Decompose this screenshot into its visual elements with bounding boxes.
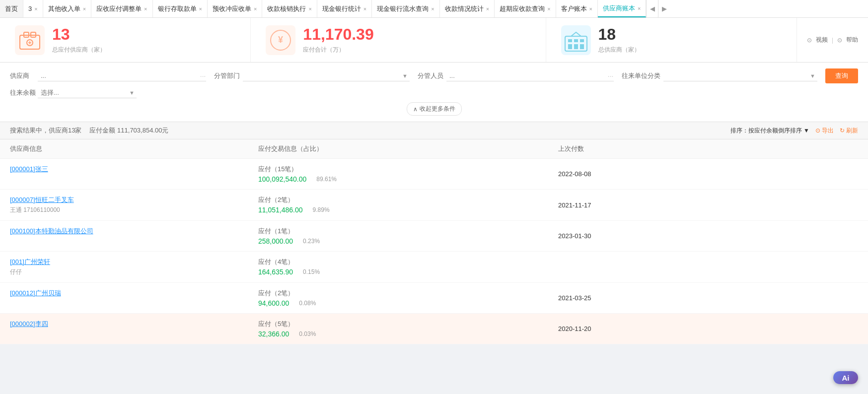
payable-info-5: 应付（5笔） 32,366.00 0.03%	[258, 320, 558, 338]
search-button[interactable]: 查询	[825, 68, 858, 83]
video-link[interactable]: 视频	[816, 36, 828, 44]
nav-right-arrow[interactable]: ▶	[658, 0, 670, 17]
close-collection-icon[interactable]: ×	[308, 6, 311, 12]
sort-icon: ▼	[803, 127, 809, 134]
nav-adjust[interactable]: 应收应付调整单 ×	[91, 0, 152, 17]
last-payment-2: 2023-01-30	[558, 227, 858, 245]
supplier-link-3[interactable]: [001]广州荣轩	[10, 258, 258, 266]
table-header: 供应商信息 应付交易信息（占比） 上次付数	[0, 139, 868, 159]
balance-input-wrapper: ▼	[38, 87, 137, 98]
supplier-sub-3: 仔仔	[10, 268, 258, 276]
close-supplier-ledger-icon[interactable]: ×	[638, 5, 641, 11]
balance-input[interactable]	[38, 87, 127, 98]
supplier-info-0: [000001]张三	[10, 165, 258, 183]
collapse-chevron-icon: ∧	[413, 106, 418, 113]
payable-percent-4: 0.08%	[299, 300, 316, 307]
close-customer-ledger-icon[interactable]: ×	[589, 6, 592, 12]
payable-amount-4[interactable]: 94,600.00	[258, 299, 289, 307]
collapse-button[interactable]: ∧ 收起更多条件	[407, 102, 462, 116]
payable-label-3: 应付（4笔）	[258, 258, 558, 266]
close-cash-flow-icon[interactable]: ×	[431, 6, 434, 12]
result-supplier-count: 搜索结果中，供应商13家	[10, 126, 81, 135]
col-header-last-payment: 上次付数	[558, 144, 858, 153]
balance-dropdown-icon[interactable]: ▼	[127, 90, 137, 96]
nav-home[interactable]: 首页	[0, 0, 23, 17]
supplier-input[interactable]	[38, 70, 200, 81]
results-actions: 排序：按应付余额倒序排序 ▼ ⊙ 导出 ↻ 刷新	[730, 127, 858, 135]
close-cash-stat-icon[interactable]: ×	[363, 6, 366, 12]
payable-label-4: 应付（2笔）	[258, 289, 558, 298]
close-adjust-icon[interactable]: ×	[144, 6, 147, 12]
stat-label-payable-amount: 应付合计（万）	[303, 46, 373, 54]
nav-other-income[interactable]: 其他收入单 ×	[43, 0, 91, 17]
supplier-link-4[interactable]: [000012]广州贝瑞	[10, 289, 258, 298]
payable-amount-0[interactable]: 100,092,540.00	[258, 175, 306, 183]
nav-cash-flow[interactable]: 现金银行流水查询 ×	[372, 0, 439, 17]
export-button[interactable]: ⊙ 导出	[815, 127, 834, 135]
payable-row-2: 258,000.00 0.23%	[258, 237, 558, 245]
payable-amount-3[interactable]: 164,635.90	[258, 268, 293, 276]
payable-percent-0: 89.61%	[316, 176, 337, 183]
table-row: [001]广州荣轩 仔仔 应付（4笔） 164,635.90 0.15%	[0, 252, 868, 283]
category-input[interactable]	[663, 70, 808, 81]
dept-input[interactable]	[243, 70, 401, 81]
nav-left-arrow[interactable]: ◀	[646, 0, 658, 17]
supplier-info-3: [001]广州荣轩 仔仔	[10, 258, 258, 276]
person-input-wrapper: ···	[446, 70, 614, 81]
nav-supplier-ledger[interactable]: 供应商账本 ×	[598, 0, 646, 17]
payable-percent-1: 9.89%	[313, 206, 330, 213]
close-other-income-icon[interactable]: ×	[83, 6, 86, 12]
dept-label: 分管部门	[214, 71, 240, 80]
category-dropdown-icon[interactable]: ▼	[808, 73, 817, 79]
supplier-info-1: [000007]恒旺二手叉车 王通 17106110000	[10, 196, 258, 214]
supplier-link-5[interactable]: [000002]李四	[10, 320, 258, 328]
supplier-link-1[interactable]: [000007]恒旺二手叉车	[10, 196, 258, 204]
payable-row-3: 164,635.90 0.15%	[258, 268, 558, 276]
close-tab-3-icon[interactable]: ×	[34, 6, 37, 12]
stat-content-payable-amount: 11,170.39 应付合计（万）	[303, 26, 373, 54]
payable-amount-2[interactable]: 258,000.00	[258, 237, 293, 245]
close-prepay-icon[interactable]: ×	[254, 6, 257, 12]
refresh-button[interactable]: ↻ 刷新	[840, 127, 858, 135]
nav-collection[interactable]: 收款核销执行 ×	[262, 0, 317, 17]
close-bank-icon[interactable]: ×	[199, 6, 202, 12]
nav-receipt-stat[interactable]: 收款情况统计 ×	[440, 0, 495, 17]
person-input[interactable]	[446, 70, 608, 81]
svg-text:¥: ¥	[278, 35, 283, 45]
nav-cash-stat[interactable]: 现金银行统计 ×	[317, 0, 372, 17]
payable-amount-1[interactable]: 11,051,486.00	[258, 206, 303, 214]
sort-button[interactable]: 排序：按应付余额倒序排序 ▼	[730, 127, 809, 135]
nav-prepay[interactable]: 预收冲应收单 ×	[208, 0, 262, 17]
nav-tab-3[interactable]: 3 ×	[23, 0, 43, 17]
top-right-links: ⊙ 视频 | ⊙ 帮助	[797, 18, 868, 62]
stat-number-payable-amount: 11,170.39	[303, 26, 373, 43]
balance-label: 往来余额	[10, 88, 35, 97]
payable-amount-5[interactable]: 32,366.00	[258, 330, 289, 338]
close-receipt-stat-icon[interactable]: ×	[486, 6, 489, 12]
help-link[interactable]: 帮助	[846, 36, 858, 44]
last-payment-0: 2022-08-08	[558, 165, 858, 183]
filter-category: 往来单位分类 ▼	[622, 70, 818, 81]
supplier-link-0[interactable]: [000001]张三	[10, 165, 258, 174]
supplier-link-2[interactable]: [000100]本特勤油品有限公司	[10, 227, 258, 236]
payable-label-1: 应付（2笔）	[258, 196, 558, 204]
stat-number-total-suppliers: 18	[598, 26, 640, 43]
supplier-label: 供应商	[10, 71, 35, 80]
table-row: [000007]恒旺二手叉车 王通 17106110000 应付（2笔） 11,…	[0, 190, 868, 221]
supplier-sub-1: 王通 17106110000	[10, 206, 258, 214]
export-icon: ⊙	[815, 127, 820, 134]
nav-overdue[interactable]: 超期应收款查询 ×	[495, 0, 556, 17]
last-payment-1: 2021-11-17	[558, 196, 858, 214]
payable-percent-5: 0.03%	[299, 330, 316, 337]
dept-dropdown-icon[interactable]: ▼	[400, 73, 410, 79]
person-dots-icon[interactable]: ···	[608, 72, 614, 80]
result-amount: 应付金额 111,703,854.00元	[89, 126, 168, 135]
nav-bank[interactable]: 银行存取款单 ×	[153, 0, 208, 17]
svg-rect-14	[574, 44, 578, 49]
nav-customer-ledger[interactable]: 客户账本 ×	[556, 0, 598, 17]
close-overdue-icon[interactable]: ×	[547, 6, 550, 12]
stat-number-payable-suppliers: 13	[52, 26, 106, 43]
supplier-dots-icon[interactable]: ···	[200, 72, 206, 80]
circle-icon2: ⊙	[837, 37, 842, 44]
payable-row-0: 100,092,540.00 89.61%	[258, 175, 558, 183]
